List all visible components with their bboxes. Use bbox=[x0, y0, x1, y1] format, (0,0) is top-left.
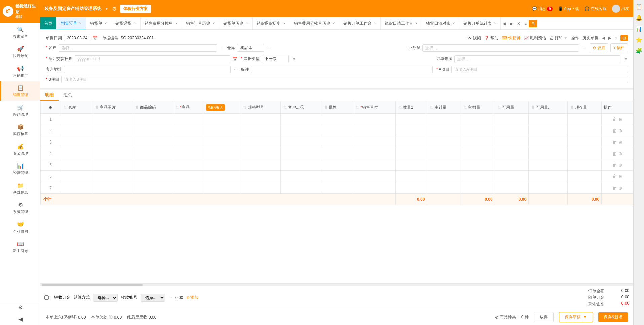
tab-9[interactable]: 销售订单工作台✕ bbox=[339, 17, 381, 29]
row-delete-icon-5[interactable]: 🗑 bbox=[612, 162, 617, 168]
tab-expand-btn[interactable]: ⊞ bbox=[529, 20, 537, 27]
row-warehouse-4[interactable] bbox=[61, 148, 92, 159]
row-spec-1[interactable] bbox=[240, 114, 280, 125]
one-click-checkbox[interactable]: 一键收订金 bbox=[44, 295, 70, 300]
row-warehouse-5[interactable] bbox=[61, 159, 92, 171]
online-service-btn[interactable]: 🎧 在线客服 bbox=[584, 6, 607, 12]
tab-menu-btn[interactable]: ≡ bbox=[522, 18, 529, 29]
customer-input[interactable] bbox=[59, 44, 217, 52]
add-material-btn[interactable]: + 物料 bbox=[610, 43, 628, 52]
settings-btn[interactable]: ⚙ 设置 bbox=[590, 43, 608, 52]
row-image-3[interactable] bbox=[92, 136, 132, 148]
row-avail-qty2-3[interactable] bbox=[529, 136, 568, 148]
sidebar-item-2[interactable]: 📢 营销推广 bbox=[0, 62, 40, 81]
row-attr-7[interactable] bbox=[321, 182, 353, 194]
print-btn[interactable]: 🖨 打印 ▼ bbox=[550, 35, 568, 41]
row-image-5[interactable] bbox=[92, 159, 132, 171]
row-copy-icon-4[interactable]: ⊕ bbox=[618, 151, 622, 156]
row-avail-qty2-1[interactable] bbox=[529, 114, 568, 125]
tab-prev-btn[interactable]: ◀ bbox=[501, 18, 508, 29]
row-delete-icon-7[interactable]: 🗑 bbox=[612, 185, 617, 191]
industry-btn[interactable]: 体验行业方案 bbox=[120, 5, 151, 13]
row-sku-code-5[interactable] bbox=[132, 159, 173, 171]
row-copy-icon-6[interactable]: ⊕ bbox=[618, 174, 622, 179]
row-product-2[interactable] bbox=[173, 125, 204, 136]
sidebar-item-3[interactable]: 📋 销售管理 bbox=[0, 81, 40, 101]
tab-close-12[interactable]: ✕ bbox=[494, 22, 496, 25]
sidebar-item-5[interactable]: 📦 库存核算 bbox=[0, 120, 40, 140]
row-main-qty-5[interactable] bbox=[461, 159, 495, 171]
tab-10[interactable]: 钱货日清工作台✕ bbox=[381, 17, 422, 29]
row-unit-6[interactable] bbox=[353, 171, 395, 182]
row-attr-5[interactable] bbox=[321, 159, 353, 171]
row-avail-qty-4[interactable] bbox=[495, 148, 529, 159]
address-dots[interactable]: ··· bbox=[234, 67, 237, 72]
panel-icon-1[interactable]: 📋 bbox=[634, 2, 644, 11]
row-copy-icon-5[interactable]: ⊕ bbox=[618, 162, 622, 168]
sidebar-item-0[interactable]: 🔍 搜索菜单 bbox=[0, 23, 40, 42]
sidebar-item-7[interactable]: 📊 经营管理 bbox=[0, 159, 40, 179]
topbar-gear-icon[interactable]: ⚙ bbox=[112, 6, 117, 12]
row-unit-4[interactable] bbox=[353, 148, 395, 159]
delivery-cal-icon[interactable]: 📅 bbox=[232, 57, 237, 62]
row-delete-icon-3[interactable]: 🗑 bbox=[612, 139, 617, 145]
row-copy-icon-2[interactable]: ⊕ bbox=[618, 128, 622, 133]
row-avail-qty2-7[interactable] bbox=[529, 182, 568, 194]
tab-11[interactable]: 钱货日清对账✕ bbox=[422, 17, 459, 29]
payment-method-select[interactable]: 选择... bbox=[93, 294, 118, 302]
tab-close-9[interactable]: ✕ bbox=[374, 22, 376, 25]
tab-next-btn[interactable]: ▶ bbox=[508, 18, 515, 29]
sidebar-item-11[interactable]: 📖 新手引导 bbox=[0, 237, 40, 257]
sidebar-item-6[interactable]: 💰 资金管理 bbox=[0, 140, 40, 159]
th-main-unit[interactable]: ⇅ 主计量 bbox=[427, 101, 461, 114]
row-customer-code-3[interactable] bbox=[280, 136, 321, 148]
th-unit[interactable]: ⇅ *销售单位 bbox=[353, 101, 395, 114]
tab-close-11[interactable]: ✕ bbox=[452, 22, 455, 25]
row-avail-qty2-4[interactable] bbox=[529, 148, 568, 159]
nav-next-icon[interactable]: ▶ bbox=[608, 36, 611, 40]
row-delete-icon-4[interactable]: 🗑 bbox=[612, 151, 617, 156]
row-unit-5[interactable] bbox=[353, 159, 395, 171]
row-sku-code-1[interactable] bbox=[132, 114, 173, 125]
row-spec-5[interactable] bbox=[240, 159, 280, 171]
row-unit-1[interactable] bbox=[353, 114, 395, 125]
tab-12[interactable]: 销售订单统计表✕ bbox=[459, 17, 501, 29]
th-avail-qty[interactable]: ⇅ 可用量 bbox=[495, 101, 529, 114]
row-main-unit-7[interactable] bbox=[427, 182, 461, 194]
row-current-qty-6[interactable] bbox=[568, 171, 602, 182]
row-current-qty-1[interactable] bbox=[568, 114, 602, 125]
tab-close-3[interactable]: ✕ bbox=[134, 22, 136, 25]
scan-btn[interactable]: 扫码录入 bbox=[206, 104, 225, 111]
sidebar-collapse-btn[interactable]: ◀ bbox=[0, 313, 40, 325]
expand-icon[interactable]: ⊞ bbox=[620, 35, 628, 41]
row-avail-qty-1[interactable] bbox=[495, 114, 529, 125]
history-btn[interactable]: 历史单据 bbox=[582, 35, 599, 41]
th-customer-code[interactable]: ⇅ 客户... ⓘ bbox=[280, 101, 321, 114]
shortcut-btn[interactable]: ⌨ 快捷键 bbox=[502, 35, 521, 41]
panel-icon-4[interactable]: ⭐ bbox=[634, 35, 644, 44]
grid-view-icon[interactable]: ≡ bbox=[615, 36, 617, 40]
one-click-checkbox-input[interactable] bbox=[44, 295, 49, 300]
th-attr[interactable]: ⇅ 属性 bbox=[321, 101, 353, 114]
tab-close-4[interactable]: ✕ bbox=[175, 22, 178, 25]
row-customer-code-5[interactable] bbox=[280, 159, 321, 171]
row-main-unit-2[interactable] bbox=[427, 125, 461, 136]
tab-1[interactable]: 销售订单✕ bbox=[57, 17, 86, 29]
warehouse-dots[interactable]: ··· bbox=[267, 46, 271, 50]
row-attr-4[interactable] bbox=[321, 148, 353, 159]
row-qty2-6[interactable] bbox=[395, 171, 427, 182]
row-qty2-7[interactable] bbox=[395, 182, 427, 194]
calendar-icon[interactable]: 📅 bbox=[92, 36, 98, 40]
invoice-value[interactable]: 不开票 bbox=[262, 55, 289, 63]
tab-detail[interactable]: 明细 bbox=[40, 90, 59, 101]
row-main-qty-4[interactable] bbox=[461, 148, 495, 159]
tab-summary[interactable]: 汇总 bbox=[59, 90, 77, 101]
row-avail-qty2-5[interactable] bbox=[529, 159, 568, 171]
address-input[interactable] bbox=[64, 66, 231, 73]
scroll-indicator[interactable] bbox=[40, 283, 633, 286]
account-select[interactable]: 选择... bbox=[141, 294, 165, 302]
row-sku-code-2[interactable] bbox=[132, 125, 173, 136]
row-main-qty-3[interactable] bbox=[461, 136, 495, 148]
row-unit-2[interactable] bbox=[353, 125, 395, 136]
panel-icon-3[interactable]: 📊 bbox=[634, 24, 644, 33]
